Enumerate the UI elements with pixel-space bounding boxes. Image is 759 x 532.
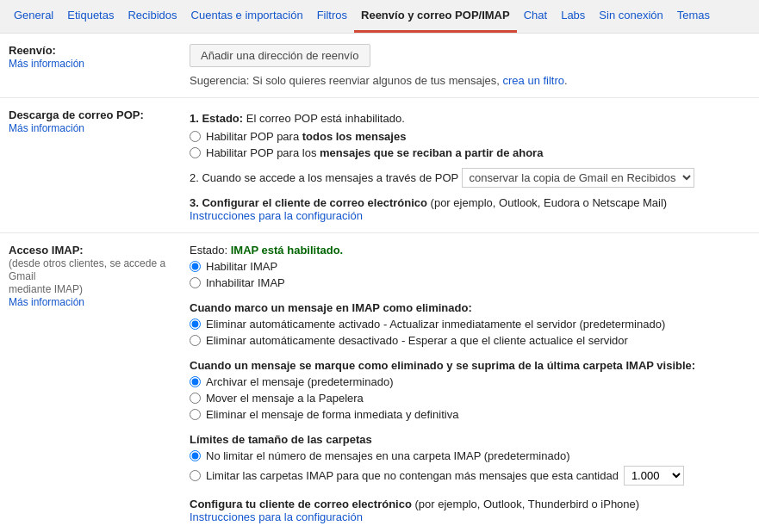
imap-suppress-label1: Archivar el mensaje (predeterminado)	[206, 375, 393, 388]
pop-step1: 1. Estado: El correo POP está inhabilita…	[190, 112, 750, 125]
imap-limits-radio1-group: No limitar el número de mensajes en una …	[190, 449, 750, 462]
pop-label-cell: Descarga de correo POP: Más información	[0, 98, 181, 233]
nav-etiquetas[interactable]: Etiquetas	[60, 0, 121, 33]
settings-nav: General Etiquetas Recibidos Cuentas e im…	[0, 0, 759, 34]
forwarding-label-cell: Reenvío: Más información	[0, 34, 181, 98]
imap-suppress-radio3-group: Eliminar el mensaje de forma inmediata y…	[190, 408, 750, 421]
pop-label: Descarga de correo POP:	[9, 108, 144, 121]
add-forwarding-button[interactable]: Añadir una dirección de reenvío	[190, 44, 370, 67]
imap-limits-label1: No limitar el número de mensajes en una …	[206, 449, 569, 462]
imap-delete-title: Cuando marco un mensaje en IMAP como eli…	[190, 301, 750, 314]
create-filter-link[interactable]: crea un filtro	[503, 74, 565, 87]
imap-limits-label2: Limitar las carpetas IMAP para que no co…	[206, 469, 619, 482]
forwarding-suggestion: Sugerencia: Si solo quieres reenviar alg…	[190, 74, 750, 87]
nav-cuentas[interactable]: Cuentas e importación	[184, 0, 310, 33]
imap-limits-radio2[interactable]	[190, 470, 201, 481]
nav-recibidos[interactable]: Recibidos	[121, 0, 184, 33]
imap-limits-dropdown[interactable]: 1.000 2.000 5.000 10.000	[624, 466, 684, 486]
forwarding-label: Reenvío:	[9, 44, 56, 57]
imap-delete-label1: Eliminar automáticamente activado - Actu…	[206, 318, 665, 331]
imap-disable-group: Inhabilitar IMAP	[190, 276, 750, 289]
pop-content: 1. Estado: El correo POP está inhabilita…	[181, 98, 759, 233]
pop-config-link[interactable]: Instrucciones para la configuración	[190, 209, 363, 222]
nav-reenvio[interactable]: Reenvío y correo POP/IMAP	[354, 0, 517, 33]
imap-delete-radio2-group: Eliminar automáticamente desactivado - E…	[190, 334, 750, 347]
imap-config-section: Configura tu cliente de correo electróni…	[190, 498, 750, 510]
imap-delete-label2: Eliminar automáticamente desactivado - E…	[206, 334, 628, 347]
imap-suppress-radio2-group: Mover el mensaje a la Papelera	[190, 392, 750, 405]
imap-sub2: mediante IMAP)	[9, 283, 83, 295]
imap-enable-group: Habilitar IMAP	[190, 260, 750, 273]
pop-step2: 2. Cuando se accede a los mensajes a tra…	[190, 168, 750, 188]
pop-access-dropdown[interactable]: conservar la copia de Gmail en Recibidos…	[462, 168, 694, 188]
pop-step3: 3. Configurar el cliente de correo elect…	[190, 196, 750, 209]
imap-radio-disable[interactable]	[190, 277, 201, 288]
imap-more-info[interactable]: Más información	[9, 296, 84, 308]
pop-radio1[interactable]	[190, 131, 201, 142]
imap-delete-radio2[interactable]	[190, 335, 201, 346]
imap-delete-radio1[interactable]	[190, 319, 201, 330]
pop-more-info[interactable]: Más información	[9, 122, 84, 134]
imap-suppress-label3: Eliminar el mensaje de forma inmediata y…	[206, 408, 458, 421]
nav-filtros[interactable]: Filtros	[310, 0, 354, 33]
imap-row: Acceso IMAP: (desde otros clientes, se a…	[0, 233, 759, 533]
imap-sub1: (desde otros clientes, se accede a Gmail	[9, 257, 165, 282]
nav-chat[interactable]: Chat	[517, 0, 554, 33]
imap-content: Estado: IMAP está habilitado. Habilitar …	[181, 233, 759, 533]
nav-temas[interactable]: Temas	[670, 0, 717, 33]
nav-labs[interactable]: Labs	[554, 0, 592, 33]
nav-general[interactable]: General	[7, 0, 60, 33]
imap-suppress-title: Cuando un mensaje se marque como elimina…	[190, 359, 750, 372]
imap-enable-label: Habilitar IMAP	[206, 260, 277, 273]
pop-radio2-label: Habilitar POP para los mensajes que se r…	[206, 146, 543, 159]
nav-sin-conexion[interactable]: Sin conexión	[592, 0, 669, 33]
imap-status-row: Estado: IMAP está habilitado.	[190, 244, 750, 257]
imap-suppress-radio1-group: Archivar el mensaje (predeterminado)	[190, 375, 750, 388]
imap-label-cell: Acceso IMAP: (desde otros clientes, se a…	[0, 233, 181, 533]
imap-label: Acceso IMAP:	[9, 244, 84, 257]
pop-radio1-group: Habilitar POP para todos los mensajes	[190, 130, 750, 143]
forwarding-more-info[interactable]: Más información	[9, 58, 84, 70]
imap-suppress-radio1[interactable]	[190, 376, 201, 387]
pop-status: El correo POP está inhabilitado.	[246, 112, 405, 125]
imap-limits-radio1[interactable]	[190, 450, 201, 461]
imap-config-link[interactable]: Instrucciones para la configuración	[190, 510, 363, 523]
imap-limits-title: Límites de tamaño de las carpetas	[190, 433, 750, 446]
settings-table: Reenvío: Más información Añadir una dire…	[0, 34, 759, 532]
imap-radio-enable[interactable]	[190, 261, 201, 272]
imap-suppress-radio2[interactable]	[190, 393, 201, 404]
main-content: Reenvío: Más información Añadir una dire…	[0, 34, 759, 532]
pop-radio1-label: Habilitar POP para todos los mensajes	[206, 130, 406, 143]
imap-disable-label: Inhabilitar IMAP	[206, 276, 285, 289]
forwarding-content: Añadir una dirección de reenvío Sugerenc…	[181, 34, 759, 98]
imap-suppress-label2: Mover el mensaje a la Papelera	[206, 392, 364, 405]
pop-radio2-group: Habilitar POP para los mensajes que se r…	[190, 146, 750, 159]
imap-suppress-radio3[interactable]	[190, 409, 201, 420]
pop-radio2[interactable]	[190, 147, 201, 158]
imap-limits-radio2-group: Limitar las carpetas IMAP para que no co…	[190, 466, 750, 486]
imap-delete-radio1-group: Eliminar automáticamente activado - Actu…	[190, 318, 750, 331]
pop-row: Descarga de correo POP: Más información …	[0, 98, 759, 233]
imap-status: IMAP está habilitado.	[231, 244, 344, 257]
forwarding-row: Reenvío: Más información Añadir una dire…	[0, 34, 759, 98]
